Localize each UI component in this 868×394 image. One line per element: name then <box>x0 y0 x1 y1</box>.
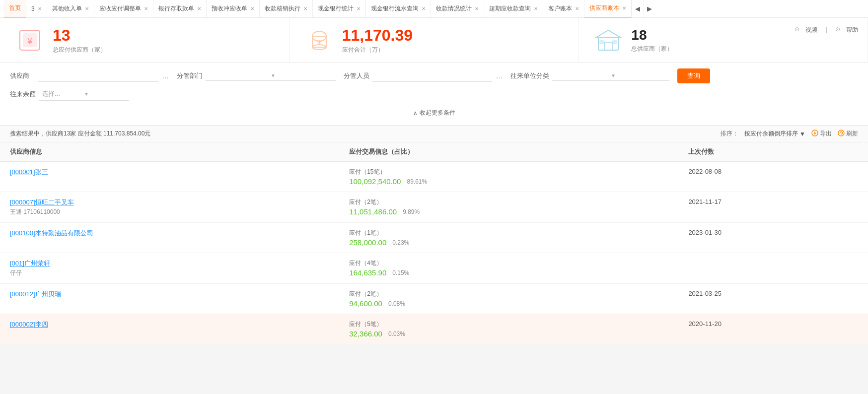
sort-select[interactable]: 按应付余额倒序排序 ▼ <box>744 130 805 138</box>
filter-category: 往来单位分类 ▼ <box>510 71 669 81</box>
trans-pct-6: 0.03% <box>388 330 405 337</box>
payable-total-label: 应付合计（万） <box>342 46 413 54</box>
close-icon[interactable]: ✕ <box>38 6 42 11</box>
export-label: 导出 <box>820 130 832 138</box>
supplier-dots-icon[interactable]: ... <box>162 71 169 80</box>
nav-tab-cash-stat-label: 现金银行统计 <box>318 4 354 13</box>
supplier-link-4[interactable]: [001]广州荣轩 <box>10 260 50 267</box>
nav-tab-prepay-label: 预收冲应收单 <box>212 4 247 13</box>
nav-tab-adjust[interactable]: 应收应付调整单 ✕ <box>94 0 153 18</box>
table-row: [000012]广州贝瑞 应付（2笔） 94,600.00 0.08% 2021… <box>0 284 868 314</box>
supplier-link-2[interactable]: [000007]恒旺二手叉车 <box>10 198 74 206</box>
transaction-cell-4: 应付（4笔） 164,635.90 0.15% <box>349 259 688 277</box>
nav-tab-3[interactable]: 3 ✕ <box>26 0 47 18</box>
result-summary: 搜索结果中，供应商13家 应付金额 111,703,854.00元 <box>10 130 150 138</box>
last-pay-date-5: 2021-03-25 <box>688 290 722 297</box>
nav-arrow-left[interactable]: ◀ <box>632 0 644 18</box>
last-pay-cell-2: 2021-11-17 <box>688 198 858 205</box>
nav-tab-recv-stat-label: 收款情况统计 <box>436 4 472 13</box>
last-pay-cell-1: 2022-08-08 <box>688 168 858 175</box>
export-button[interactable]: 导出 <box>811 130 832 138</box>
transaction-cell-2: 应付（2笔） 11,051,486.00 9.89% <box>349 198 688 216</box>
table-row: [000001]张三 应付（15笔） 100,092,540.00 89.61%… <box>0 162 868 192</box>
close-icon[interactable]: ✕ <box>475 6 479 11</box>
filter-area: 供应商 ... 分管部门 ▼ 分管人员 ... 往来单位分类 ▼ 查询 <box>0 63 868 126</box>
nav-tab-other-income[interactable]: 其他收入单 ✕ <box>47 0 94 18</box>
trans-pct-3: 0.23% <box>392 239 409 246</box>
person-filter-label: 分管人员 <box>344 71 369 80</box>
svg-rect-10 <box>599 40 604 44</box>
supplier-sub-2: 王通 17106110000 <box>10 208 349 216</box>
nav-tab-prepay[interactable]: 预收冲应收单 ✕ <box>207 0 260 18</box>
trans-amount-6: 32,366.00 <box>349 329 382 338</box>
collapse-button[interactable]: ∧ 收起更多条件 <box>407 107 461 119</box>
supplier-sub-4: 仔仔 <box>10 269 349 277</box>
trans-amount-2: 11,051,486.00 <box>349 207 397 216</box>
trans-pct-4: 0.15% <box>392 269 409 276</box>
nav-tab-customer-book[interactable]: 客户账本 ✕ <box>543 0 584 18</box>
supplier-filter-label: 供应商 <box>10 71 35 80</box>
nav-arrow-right[interactable]: ▶ <box>644 0 655 18</box>
chevron-down-icon3: ▼ <box>84 91 126 97</box>
last-pay-date-1: 2022-08-08 <box>688 168 722 175</box>
nav-tab-home[interactable]: 首页 <box>4 0 26 18</box>
trans-label-4: 应付（4笔） <box>349 259 688 267</box>
close-icon[interactable]: ✕ <box>250 6 254 11</box>
nav-tab-recv-stat[interactable]: 收款情况统计 ✕ <box>431 0 484 18</box>
balance-filter-value: 选择... <box>42 89 84 98</box>
close-icon[interactable]: ✕ <box>144 6 148 11</box>
collapse-label: 收起更多条件 <box>420 109 455 117</box>
nav-tab-collection[interactable]: 收款核销执行 ✕ <box>260 0 313 18</box>
sort-value: 按应付余额倒序排序 <box>744 130 798 138</box>
close-icon[interactable]: ✕ <box>575 6 579 11</box>
supplier-link-5[interactable]: [000012]广州贝瑞 <box>10 290 61 298</box>
person-filter-input[interactable] <box>372 70 492 82</box>
supplier-filter-input[interactable] <box>38 70 158 82</box>
query-button[interactable]: 查询 <box>677 68 710 83</box>
trans-label-5: 应付（2笔） <box>349 290 688 298</box>
balance-filter-select[interactable]: 选择... ▼ <box>39 87 129 101</box>
refresh-label: 刷新 <box>846 130 858 138</box>
close-icon[interactable]: ✕ <box>85 6 89 11</box>
supplier-link-6[interactable]: [000002]李四 <box>10 321 48 328</box>
person-dots-icon[interactable]: ... <box>496 71 503 80</box>
close-icon[interactable]: ✕ <box>534 6 538 11</box>
nav-tab-overdue[interactable]: 超期应收款查询 ✕ <box>484 0 543 18</box>
nav-tab-3-label: 3 <box>31 5 35 12</box>
store-icon <box>593 25 623 55</box>
nav-tab-bank[interactable]: 银行存取款单 ✕ <box>153 0 207 18</box>
close-icon[interactable]: ✕ <box>197 6 201 11</box>
trans-amount-4: 164,635.90 <box>349 268 386 277</box>
refresh-button[interactable]: 刷新 <box>838 130 858 138</box>
trans-amount-1: 100,092,540.00 <box>349 177 401 186</box>
filter-row-2: 往来余额 选择... ▼ <box>10 87 858 101</box>
data-table: 供应商信息 应付交易信息（占比） 上次付数 [000001]张三 应付（15笔）… <box>0 142 868 344</box>
svg-marker-8 <box>596 30 620 37</box>
supplier-link-3[interactable]: [000100]本特勤油品有限公司 <box>10 229 93 237</box>
category-filter-label: 往来单位分类 <box>510 71 549 80</box>
stat-text-total-suppliers: 18 总供应商（家） <box>631 27 673 53</box>
nav-tab-cash-flow[interactable]: 现金银行流水查询 ✕ <box>366 0 431 18</box>
supplier-cell-1: [000001]张三 <box>10 168 349 177</box>
nav-tab-supplier-book[interactable]: 供应商账本 ✕ <box>584 0 632 18</box>
close-icon[interactable]: ✕ <box>303 6 307 11</box>
category-filter-select[interactable]: ▼ <box>552 71 669 81</box>
close-icon[interactable]: ✕ <box>622 5 626 11</box>
supplier-cell-6: [000002]李四 <box>10 320 349 329</box>
filter-balance: 往来余额 选择... ▼ <box>10 87 129 101</box>
result-actions: 排序： 按应付余额倒序排序 ▼ 导出 刷新 <box>721 130 858 138</box>
chevron-down-icon: ▼ <box>271 73 333 78</box>
stat-text-payable-suppliers: 13 总应付供应商（家） <box>53 26 106 54</box>
supplier-link-1[interactable]: [000001]张三 <box>10 168 48 176</box>
nav-tab-cash-stat[interactable]: 现金银行统计 ✕ <box>313 0 366 18</box>
transaction-cell-1: 应付（15笔） 100,092,540.00 89.61% <box>349 168 688 186</box>
help-link[interactable]: 帮助 <box>846 26 858 34</box>
nav-tab-collection-label: 收款核销执行 <box>265 4 300 13</box>
last-pay-cell-3: 2023-01-30 <box>688 229 858 236</box>
close-icon[interactable]: ✕ <box>422 6 426 11</box>
video-link[interactable]: 视频 <box>805 26 817 34</box>
stats-bar: ¥ 13 总应付供应商（家） 米 11,170.39 应付合计（万） <box>0 18 868 63</box>
dept-filter-select[interactable]: ▼ <box>206 71 336 81</box>
filter-row-1: 供应商 ... 分管部门 ▼ 分管人员 ... 往来单位分类 ▼ 查询 <box>10 68 858 83</box>
close-icon[interactable]: ✕ <box>357 6 361 11</box>
